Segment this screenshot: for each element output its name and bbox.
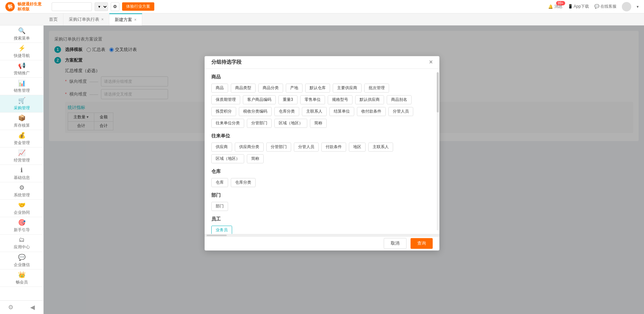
modal-title: 分组待选字段 bbox=[211, 59, 241, 65]
tab-purchase-exec-close[interactable]: × bbox=[101, 17, 104, 22]
sidebar-item-guide[interactable]: 🎯 新手引导 bbox=[0, 217, 43, 235]
chip-managed-dept[interactable]: 分管部门 bbox=[247, 119, 272, 128]
search-icon: 🔍 bbox=[18, 27, 25, 35]
chip-main-supplier[interactable]: 主要供应商 bbox=[333, 83, 362, 92]
chip-supplier[interactable]: 供应商 bbox=[211, 142, 232, 151]
notification-area[interactable]: 🔔 消息 99+ bbox=[548, 4, 562, 9]
chip-origin[interactable]: 产地 bbox=[286, 83, 303, 92]
app-download-link[interactable]: 📱 App下载 bbox=[568, 4, 589, 9]
section-product-chips2: 保质期管理 客户商品编码 重量3 零售单位 规格型号 默认供应商 商品别名 bbox=[211, 95, 433, 104]
modal-close-button[interactable]: × bbox=[429, 59, 433, 66]
chip-supplier-category[interactable]: 供应商分类 bbox=[235, 142, 264, 151]
chip-counterpart-category[interactable]: 往来单位分类 bbox=[211, 119, 244, 128]
chip-pickup-points[interactable]: 拣货积分 bbox=[211, 107, 236, 116]
chip-short-name-product[interactable]: 简称 bbox=[310, 119, 327, 128]
sidebar-item-quicknav[interactable]: ⚡ 快捷导航 bbox=[0, 43, 43, 60]
sidebar-item-basic-info[interactable]: ℹ 基础信息 bbox=[0, 165, 43, 182]
chip-tax-code[interactable]: 税收分类编码 bbox=[239, 107, 272, 116]
chip-batch-management[interactable]: 批次管理 bbox=[364, 83, 389, 92]
online-service-link[interactable]: 💬 在线客服 bbox=[594, 4, 616, 9]
chip-partner-manager[interactable]: 分管人员 bbox=[294, 142, 319, 151]
section-warehouse-title: 仓库 bbox=[211, 169, 433, 175]
tab-bar: 首页 采购订单执行表 × 新建方案 × bbox=[0, 13, 644, 25]
sidebar-item-operations[interactable]: 📈 经营管理 bbox=[0, 147, 43, 165]
chip-warehouse-category2[interactable]: 仓库分类 bbox=[231, 178, 256, 187]
logo-icon: 畅 bbox=[5, 2, 15, 11]
search-input[interactable] bbox=[52, 2, 92, 11]
chip-partner-payment[interactable]: 付款条件 bbox=[321, 142, 346, 151]
section-product-title: 商品 bbox=[211, 74, 433, 80]
sidebar-item-purchase[interactable]: 🛒 采购管理 bbox=[0, 95, 43, 113]
chip-retail-unit[interactable]: 零售单位 bbox=[300, 95, 325, 104]
section-partner-title: 往来单位 bbox=[211, 133, 433, 139]
section-employee-chips: 业务员 bbox=[211, 226, 433, 234]
chip-payment-terms[interactable]: 收付款条件 bbox=[357, 107, 386, 116]
sidebar-settings-btn[interactable]: ⚙ bbox=[0, 301, 22, 314]
chip-product-category[interactable]: 商品分类 bbox=[258, 83, 283, 92]
cancel-button[interactable]: 取消 bbox=[384, 238, 407, 249]
hscroll-thumb bbox=[207, 235, 227, 236]
sidebar-item-system[interactable]: ⚙ 系统管理 bbox=[0, 182, 43, 200]
chip-partner-contact[interactable]: 主联系人 bbox=[368, 142, 393, 151]
chip-default-supplier[interactable]: 默认供应商 bbox=[355, 95, 384, 104]
chip-partner-area[interactable]: 区域（地区） bbox=[211, 154, 244, 163]
modal-vscroll-thumb bbox=[437, 72, 439, 112]
tab-new-plan-close[interactable]: × bbox=[134, 17, 137, 22]
bell-icon: 🔔 bbox=[548, 4, 553, 9]
sidebar-collapse-btn[interactable]: ◀ bbox=[22, 301, 44, 314]
section-partner-chips: 供应商 供应商分类 分管部门 分管人员 付款条件 地区 主联系人 bbox=[211, 142, 433, 151]
sidebar-item-collab[interactable]: 🤝 企业协同 bbox=[0, 200, 43, 217]
sidebar-item-marketing[interactable]: 📢 营销推广 bbox=[0, 60, 43, 78]
chip-spec-model[interactable]: 规格型号 bbox=[328, 95, 353, 104]
chip-partner-dept[interactable]: 分管部门 bbox=[266, 142, 291, 151]
chip-partner-shortname[interactable]: 简称 bbox=[247, 154, 264, 163]
tab-purchase-exec[interactable]: 采购订单执行表 × bbox=[63, 13, 109, 25]
sidebar-item-sales[interactable]: 📊 销售管理 bbox=[0, 78, 43, 95]
collab-icon: 🤝 bbox=[18, 201, 25, 209]
experience-button[interactable]: 体验行业方案 bbox=[122, 2, 154, 11]
user-avatar[interactable] bbox=[622, 2, 631, 11]
chip-salesperson[interactable]: 业务员 bbox=[211, 226, 232, 234]
sidebar-item-search[interactable]: 🔍 搜索菜单 bbox=[0, 25, 43, 43]
logo-text: 畅捷通好生意 标准版 bbox=[17, 2, 42, 11]
section-product-chips4: 往来单位分类 分管部门 区域（地区） 简称 bbox=[211, 119, 433, 128]
member-icon: 👑 bbox=[18, 271, 25, 278]
section-dept-chips: 部门 bbox=[211, 202, 433, 211]
marketing-icon: 📢 bbox=[18, 62, 25, 69]
chip-main-contact[interactable]: 主联系人 bbox=[302, 107, 327, 116]
sidebar-item-appstore[interactable]: 🗂 应用中心 bbox=[0, 235, 43, 252]
chip-product[interactable]: 商品 bbox=[211, 83, 228, 92]
chip-warehouse-category[interactable]: 仓库分类 bbox=[274, 107, 299, 116]
chip-partner-region[interactable]: 地区 bbox=[349, 142, 366, 151]
basicinfo-icon: ℹ bbox=[20, 167, 23, 174]
header-select[interactable]: ▾ bbox=[95, 2, 108, 11]
sales-icon: 📊 bbox=[18, 79, 25, 87]
section-employee-title: 员工 bbox=[211, 216, 433, 222]
chip-product-alias[interactable]: 商品别名 bbox=[387, 95, 412, 104]
chip-manager[interactable]: 分管人员 bbox=[388, 107, 413, 116]
chip-customer-code[interactable]: 客户商品编码 bbox=[243, 95, 276, 104]
tab-new-plan[interactable]: 新建方案 × bbox=[109, 13, 142, 25]
chip-settlement-unit[interactable]: 结算单位 bbox=[329, 107, 354, 116]
guide-icon: 🎯 bbox=[18, 219, 25, 226]
chip-shelf-life[interactable]: 保质期管理 bbox=[211, 95, 240, 104]
chip-dept[interactable]: 部门 bbox=[211, 202, 228, 211]
chip-warehouse[interactable]: 仓库 bbox=[211, 178, 228, 187]
chip-default-warehouse[interactable]: 默认仓库 bbox=[305, 83, 330, 92]
sidebar-item-inventory[interactable]: 📦 库存核算 bbox=[0, 113, 43, 130]
sidebar-item-finance[interactable]: 💰 资金管理 bbox=[0, 130, 43, 147]
operations-icon: 📈 bbox=[18, 149, 25, 156]
confirm-button[interactable]: 查询 bbox=[411, 238, 433, 249]
sidebar-item-weixin[interactable]: 💬 企业微信 bbox=[0, 252, 43, 269]
user-menu-expand[interactable]: ▾ bbox=[637, 4, 639, 9]
chip-weight3[interactable]: 重量3 bbox=[278, 95, 298, 104]
sidebar-item-member[interactable]: 👑 畅会员 bbox=[0, 269, 43, 287]
modal-body: 商品 商品 商品类型 商品分类 产地 默认仓库 主要供应商 批次管理 保质期管理… bbox=[205, 69, 439, 234]
chip-product-type[interactable]: 商品类型 bbox=[231, 83, 256, 92]
modal-vscroll-track[interactable] bbox=[437, 72, 439, 230]
chip-region-product[interactable]: 区域（地区） bbox=[274, 119, 307, 128]
sidebar-bottom: ⚙ ◀ bbox=[0, 300, 43, 314]
download-icon: 📱 bbox=[568, 4, 573, 9]
gear-button[interactable]: ⚙ bbox=[111, 2, 119, 11]
tab-home[interactable]: 首页 bbox=[44, 13, 63, 25]
